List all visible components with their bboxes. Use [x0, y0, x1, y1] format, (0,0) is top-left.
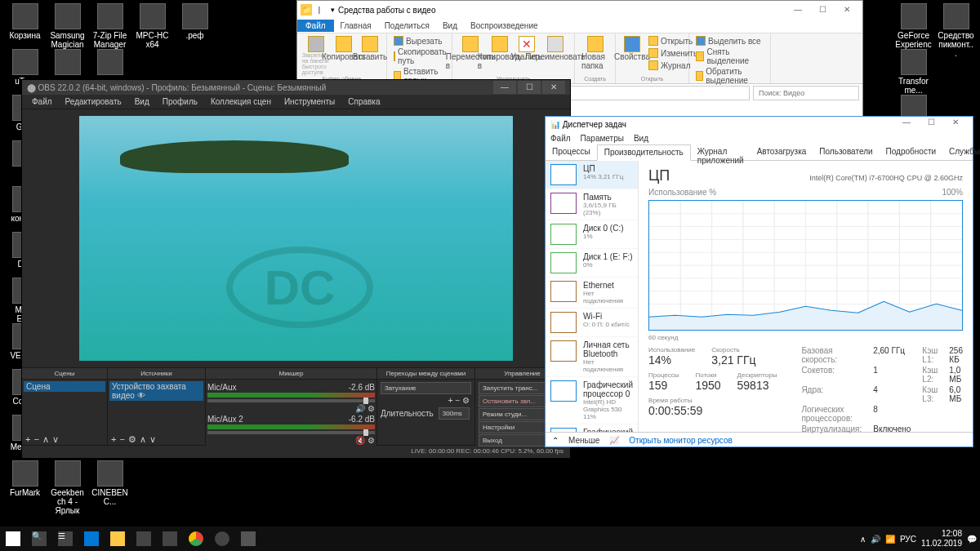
obs-menu-item[interactable]: Файл — [25, 96, 59, 108]
desktop-icon[interactable]: Средство пикмонт... — [938, 3, 974, 58]
open-resmon-link[interactable]: Открыть монитор ресурсов — [629, 436, 733, 445]
obs-titlebar[interactable]: ⬤ OBS 22.0.2 (64-bit, windows) - Профиль… — [22, 80, 570, 95]
source-item[interactable]: Устройство захвата видео 👁 — [109, 381, 203, 401]
ribbon-paste[interactable]: Вставить — [357, 35, 383, 76]
desktop-icon[interactable]: Корзина — [7, 3, 43, 40]
taskmgr-menu-item[interactable]: Параметры — [581, 134, 624, 143]
ribbon-rename[interactable]: Переименовать — [540, 35, 571, 71]
desktop-icon[interactable]: 7-Zip File Manager — [91, 3, 128, 49]
taskbar-clock[interactable]: 12:08 11.02.2019 — [921, 529, 962, 549]
taskmgr-side-item[interactable]: Диск 1 (E: F:)0% — [546, 249, 638, 278]
close-button[interactable]: ✕ — [835, 2, 859, 18]
desktop-icon[interactable]: Samsung Magician — [49, 3, 86, 49]
tab-main[interactable]: Главная — [334, 20, 378, 32]
taskview-icon[interactable]: ☰ — [52, 527, 78, 551]
ribbon-copypath[interactable]: Скопировать путь — [390, 47, 448, 66]
ribbon-selectnone[interactable]: Снять выделение — [693, 47, 767, 66]
chevron-up-icon[interactable]: ⌃ — [552, 436, 559, 445]
minimize-button[interactable]: — — [786, 2, 810, 18]
taskmgr-side-item[interactable]: EthernetНет подключения — [546, 278, 638, 309]
panel-mixer-header: Микшер — [206, 368, 376, 380]
ribbon-selectall[interactable]: Выделить все — [693, 35, 767, 47]
ribbon-open[interactable]: Открыть — [645, 35, 696, 47]
cpu-title: ЦП — [648, 167, 670, 184]
minimize-button[interactable]: — — [894, 118, 919, 131]
maximize-button[interactable]: ☐ — [919, 118, 943, 131]
taskmgr-tab[interactable]: Автозагрузка — [751, 144, 813, 160]
tray-network-icon[interactable]: 📶 — [885, 535, 895, 544]
tab-share[interactable]: Поделиться — [378, 20, 436, 32]
taskmgr-side-item[interactable]: Графический процессор 0Intel(R) HD Graph… — [546, 377, 638, 424]
taskmgr-side-item[interactable]: Wi-FiО: 0 П: 0 кбит/с — [546, 309, 638, 337]
desktop-icon[interactable] — [91, 49, 128, 77]
taskmgr-side-item[interactable]: Личная сеть BluetoothНет подключения — [546, 337, 638, 377]
obs-menu-item[interactable]: Инструменты — [278, 96, 341, 108]
maximize-button[interactable]: ☐ — [518, 81, 541, 94]
explorer-context-tab[interactable]: Средства работы с видео — [338, 6, 435, 15]
tab-file[interactable]: Файл — [297, 20, 334, 32]
taskmgr-tab[interactable]: Подробности — [880, 144, 942, 160]
taskmgr-tab[interactable]: Журнал приложений — [691, 144, 751, 160]
obs-menu-item[interactable]: Вид — [128, 96, 156, 108]
transition-select[interactable]: Затухание — [381, 382, 471, 394]
duration-input[interactable]: 300ms — [439, 407, 470, 420]
chrome-icon[interactable] — [183, 527, 209, 551]
taskmgr-tab[interactable]: Пользователи — [813, 144, 879, 160]
tab-view[interactable]: Вид — [436, 20, 464, 32]
desktop-icon[interactable]: MPC-HC x64 — [134, 3, 171, 49]
ribbon-newfolder[interactable]: Новая папка — [578, 35, 612, 71]
mixer-channel-2[interactable]: Mic/Aux 2-6.2 dB 🔇 ⚙ — [207, 415, 375, 445]
obs-menu-item[interactable]: Справка — [341, 96, 386, 108]
taskmgr-titlebar[interactable]: 📊 Диспетчер задач — ☐ ✕ — [546, 117, 973, 131]
obs-preview[interactable]: DC — [79, 116, 513, 361]
tray-expand-icon[interactable]: ∧ — [860, 535, 866, 544]
taskmgr-menu-item[interactable]: Файл — [550, 134, 571, 143]
ribbon-copyto[interactable]: Копировать в — [486, 35, 514, 71]
taskbar: ⊞ 🔍 ☰ ∧ 🔊 📶 РУС 12:08 11.02.2019 💬 — [0, 527, 980, 551]
ribbon-history[interactable]: Журнал — [645, 60, 694, 71]
obs-menu-item[interactable]: Коллекция сцен — [204, 96, 278, 108]
search-input[interactable] — [753, 86, 859, 100]
obs-menu-item[interactable]: Редактировать — [59, 96, 128, 108]
tray-lang[interactable]: РУС — [900, 535, 916, 544]
mail-icon[interactable] — [157, 527, 183, 551]
taskmgr-tab[interactable]: Процессы — [546, 144, 597, 160]
mixer-channel-1[interactable]: Mic/Aux-2.6 dB 🔊 ⚙ — [207, 383, 375, 413]
taskmgr-title-text: Диспетчер задач — [563, 120, 626, 129]
maximize-button[interactable]: ☐ — [810, 2, 835, 18]
ribbon-invert[interactable]: Обратить выделение — [693, 66, 767, 86]
desktop-icon[interactable]: FurMark — [7, 460, 43, 497]
taskmgr-side-item[interactable]: Графический процессор 1NVIDIA GeForce GT… — [546, 424, 638, 432]
close-button[interactable]: ✕ — [943, 118, 968, 131]
ribbon-props[interactable]: Свойства — [619, 35, 645, 72]
explorer-titlebar[interactable]: 📁|▾ Средства работы с видео — ☐ ✕ — [297, 1, 862, 19]
taskmgr-side-item[interactable]: ЦП14% 3,21 ГГц — [546, 161, 638, 189]
obs-taskbar-icon[interactable] — [209, 527, 235, 551]
close-button[interactable]: ✕ — [542, 81, 565, 94]
desktop-icon[interactable] — [49, 49, 86, 77]
taskmgr-tab[interactable]: Службы — [942, 144, 980, 160]
desktop-icon[interactable]: .реф — [176, 3, 213, 40]
desktop-icon[interactable]: Transforme... — [895, 49, 932, 95]
taskmgr-menu-item[interactable]: Вид — [634, 134, 648, 143]
start-button[interactable]: ⊞ — [0, 527, 26, 551]
desktop-icon[interactable]: Geekbench 4 - Ярлык — [49, 460, 86, 515]
edge-icon[interactable] — [78, 527, 105, 551]
scene-item[interactable]: Сцена — [24, 381, 105, 392]
tray-icon[interactable]: 🔊 — [871, 535, 880, 544]
taskmgr-taskbar-icon[interactable] — [235, 527, 261, 551]
desktop-icon[interactable]: CINEBENC... — [91, 460, 128, 506]
search-icon[interactable]: 🔍 — [26, 527, 52, 551]
ribbon-cut[interactable]: Вырезать — [390, 35, 448, 47]
store-icon[interactable] — [131, 527, 157, 551]
taskmgr-side-item[interactable]: Память3,6/15,9 ГБ (23%) — [546, 189, 638, 220]
obs-menu-item[interactable]: Профиль — [156, 96, 204, 108]
taskmgr-side-item[interactable]: Диск 0 (C:)1% — [546, 220, 638, 249]
taskmgr-tab[interactable]: Производительность — [597, 144, 691, 161]
notifications-icon[interactable]: 💬 — [967, 535, 977, 544]
minimize-button[interactable]: — — [493, 81, 516, 94]
cpu-model: Intel(R) Core(TM) i7-6700HQ CPU @ 2.60GH… — [809, 174, 963, 182]
explorer-icon[interactable] — [105, 527, 131, 551]
fewer-details-button[interactable]: Меньше — [568, 436, 599, 445]
tab-play[interactable]: Воспроизведение — [464, 20, 545, 32]
